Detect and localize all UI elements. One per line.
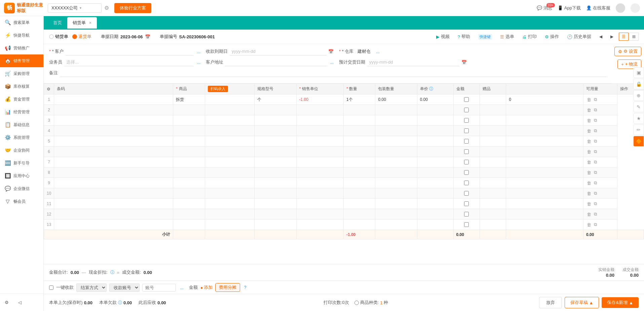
- row-copy-btn[interactable]: ⧉: [593, 190, 598, 197]
- row-barcode[interactable]: [54, 209, 173, 220]
- discount-info-icon[interactable]: ⓘ: [110, 270, 114, 275]
- next-record-btn[interactable]: ▶: [608, 33, 616, 40]
- video-btn[interactable]: ▶ 视频: [433, 32, 452, 41]
- row-product[interactable]: [173, 115, 205, 126]
- prev-record-btn[interactable]: ◀: [597, 33, 605, 40]
- row-delete-btn[interactable]: 🗑: [586, 117, 592, 124]
- unit-price-info-icon[interactable]: ⓘ: [429, 86, 433, 91]
- row-spec[interactable]: [205, 199, 254, 209]
- row-barcode[interactable]: [54, 167, 173, 178]
- row-amount[interactable]: [417, 157, 453, 167]
- gift-checkbox[interactable]: [464, 222, 469, 227]
- row-unit[interactable]: [255, 157, 296, 167]
- help-btn[interactable]: ? 帮助: [455, 32, 473, 41]
- float-grid-btn[interactable]: ▣: [633, 67, 644, 78]
- row-product[interactable]: [173, 105, 205, 115]
- row-copy-btn[interactable]: ⧉: [593, 96, 598, 103]
- row-product[interactable]: [173, 199, 205, 209]
- customer-dots-btn[interactable]: ...: [197, 49, 200, 54]
- row-pkg-qty[interactable]: [343, 136, 375, 147]
- row-spec[interactable]: [205, 126, 254, 136]
- row-unit[interactable]: [255, 105, 296, 115]
- row-copy-btn[interactable]: ⧉: [593, 138, 598, 145]
- row-delete-btn[interactable]: 🗑: [586, 138, 592, 145]
- row-copy-btn[interactable]: ⧉: [593, 117, 598, 124]
- tab-home[interactable]: 首页: [48, 17, 67, 29]
- row-quantity[interactable]: [296, 157, 343, 167]
- row-spec[interactable]: [205, 147, 254, 157]
- row-quantity[interactable]: [296, 178, 343, 188]
- operate-btn[interactable]: ⚙ 操作: [542, 32, 562, 41]
- row-product[interactable]: 拆货: [173, 94, 205, 105]
- row-copy-btn[interactable]: ⧉: [593, 127, 598, 134]
- row-barcode[interactable]: [54, 94, 173, 105]
- row-delete-btn[interactable]: 🗑: [586, 221, 592, 228]
- row-unit-price[interactable]: [375, 220, 417, 230]
- row-amount[interactable]: [417, 136, 453, 147]
- sidebar-item-enterprise[interactable]: 🤝 企业协同: [0, 144, 43, 157]
- barcode-input[interactable]: [57, 149, 170, 154]
- row-product[interactable]: [173, 136, 205, 147]
- gift-checkbox[interactable]: [464, 160, 469, 164]
- shortcut-btn[interactable]: 快捷键: [476, 33, 495, 41]
- row-product[interactable]: [173, 188, 205, 199]
- barcode-input[interactable]: [57, 222, 170, 227]
- float-edit-btn[interactable]: ✎: [633, 102, 644, 112]
- row-barcode[interactable]: [54, 147, 173, 157]
- settings-gear-button[interactable]: ⚙: [102, 3, 112, 13]
- gift-checkbox[interactable]: [464, 139, 469, 144]
- cost-split-btn[interactable]: 费用分摊: [215, 283, 240, 292]
- row-pkg-qty[interactable]: 1个: [343, 94, 375, 105]
- abandon-btn[interactable]: 放弃: [539, 297, 562, 308]
- row-delete-btn[interactable]: 🗑: [586, 211, 592, 218]
- row-spec[interactable]: [205, 167, 254, 178]
- cost-info-icon[interactable]: ?: [244, 285, 247, 290]
- float-star-btn[interactable]: ★: [633, 113, 644, 124]
- scan-btn[interactable]: 扫码录入: [208, 86, 228, 92]
- sidebar-item-basic-info[interactable]: 📋 基础信息: [0, 118, 43, 131]
- barcode-input[interactable]: [57, 97, 170, 102]
- row-quantity[interactable]: [296, 136, 343, 147]
- row-pkg-qty[interactable]: [343, 115, 375, 126]
- row-unit[interactable]: [255, 167, 296, 178]
- sidebar-item-member[interactable]: ▽ 畅会员: [0, 195, 43, 208]
- sidebar-item-guide[interactable]: 🆕 新手引导: [0, 157, 43, 169]
- row-pkg-qty[interactable]: [343, 199, 375, 209]
- row-unit-price[interactable]: [375, 115, 417, 126]
- trial-btn[interactable]: 体验行业方案: [114, 3, 151, 13]
- row-spec[interactable]: [205, 94, 254, 105]
- customer-address-input[interactable]: [225, 58, 327, 66]
- gift-checkbox[interactable]: [464, 201, 469, 206]
- row-barcode[interactable]: [54, 178, 173, 188]
- row-amount[interactable]: [417, 167, 453, 178]
- row-barcode[interactable]: [54, 105, 173, 115]
- float-plus-btn[interactable]: ⊕: [633, 90, 644, 101]
- row-amount[interactable]: [417, 220, 453, 230]
- row-unit-price[interactable]: [375, 209, 417, 220]
- row-spec[interactable]: [205, 209, 254, 220]
- grid-view-btn[interactable]: ⊞: [629, 33, 639, 41]
- row-amount[interactable]: [417, 115, 453, 126]
- account-number-input[interactable]: [142, 284, 176, 291]
- sidebar-settings-button[interactable]: ⚙ ◁: [0, 297, 43, 308]
- row-product[interactable]: [173, 178, 205, 188]
- th-settings[interactable]: ⚙: [44, 84, 54, 94]
- one-click-checkbox[interactable]: [49, 285, 53, 290]
- row-unit[interactable]: [255, 188, 296, 199]
- row-product[interactable]: [173, 220, 205, 230]
- barcode-input[interactable]: [57, 191, 170, 196]
- row-quantity[interactable]: [296, 105, 343, 115]
- product-type-radio[interactable]: [354, 301, 359, 305]
- salesperson-dots-btn[interactable]: ...: [197, 60, 200, 65]
- row-spec[interactable]: [205, 178, 254, 188]
- radio-sales-order[interactable]: 销货单: [49, 34, 68, 40]
- sidebar-item-marketing[interactable]: 📢 营销推广: [0, 42, 43, 54]
- barcode-input[interactable]: [57, 160, 170, 165]
- row-pkg-qty[interactable]: [343, 178, 375, 188]
- row-pkg-qty[interactable]: [343, 147, 375, 157]
- row-unit[interactable]: [255, 178, 296, 188]
- avatar[interactable]: [616, 3, 625, 13]
- row-pkg-qty[interactable]: [343, 209, 375, 220]
- row-unit-price[interactable]: [375, 178, 417, 188]
- row-product[interactable]: [173, 209, 205, 220]
